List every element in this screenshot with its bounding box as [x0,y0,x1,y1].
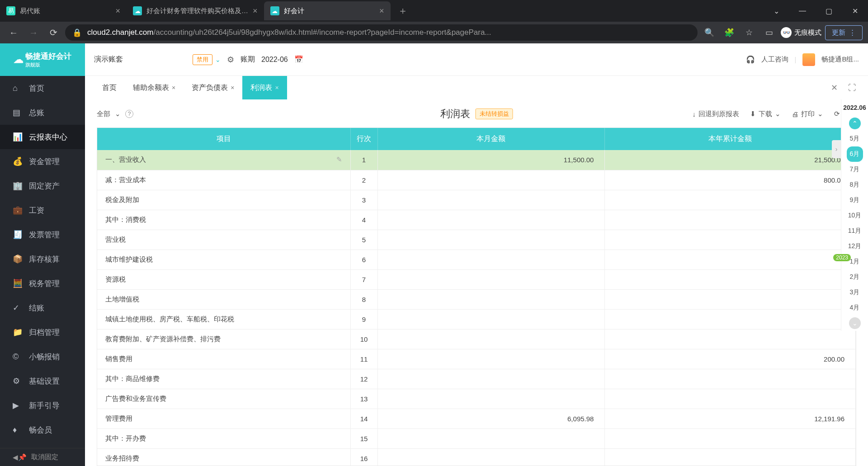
table-row[interactable]: 业务招待费16 [97,448,856,466]
window-maximize-icon[interactable]: ▢ [816,0,842,22]
headset-icon: 🎧 [746,55,755,64]
sidebar-icon: ✓ [13,303,22,313]
calendar-icon[interactable]: 📅 [294,55,303,64]
table-row[interactable]: 土地增值税8 [97,289,856,309]
table-row[interactable]: 广告费和业务宣传费13 [97,389,856,409]
account-name[interactable]: 演示账套 [94,55,123,64]
tab-close-2[interactable]: × [253,6,258,16]
avatar[interactable] [802,53,815,66]
table-row[interactable]: 其中：消费税4 [97,210,856,230]
forward-button[interactable]: → [25,24,42,41]
reading-list-icon[interactable]: ▭ [761,24,777,41]
tab-close-1[interactable]: × [115,6,120,16]
download-button[interactable]: ⬇下载⌄ [750,110,781,118]
cell-year [605,329,856,349]
table-row[interactable]: 教育费附加、矿产资源补偿费、排污费10 [97,329,856,349]
sidebar-label: 畅会员 [29,425,52,435]
sidebar-item-4[interactable]: 🏢固定资产 [0,174,85,198]
zoom-icon[interactable]: 🔍 [701,24,717,41]
sidebar-item-2[interactable]: 📊云报表中心 [0,125,85,149]
page-tab-0[interactable]: 首页 [94,76,125,99]
window-close-icon[interactable]: ✕ [842,0,868,22]
sidebar-item-9[interactable]: ✓结账 [0,296,85,320]
sidebar-item-1[interactable]: ▤总账 [0,100,85,125]
tab-close-3[interactable]: × [379,6,384,16]
period-scroll-down-icon[interactable]: ⌄ [849,317,861,329]
month-item[interactable]: 6月 [847,146,863,162]
table-row[interactable]: 营业税5 [97,230,856,249]
sidebar-item-3[interactable]: 💰资金管理 [0,149,85,174]
cell-row: 15 [350,428,377,448]
month-item[interactable]: 3月 [850,285,860,300]
settings-icon[interactable]: ⚙ [227,55,234,65]
page-tab-3[interactable]: 利润表× [242,76,287,99]
new-tab-button[interactable]: ＋ [391,4,415,18]
extension-icon[interactable]: 🧩 [721,24,737,41]
table-row[interactable]: 其中：商品维修费12 [97,369,856,389]
period-value[interactable]: 2022-06 [261,56,288,64]
tab-favicon-2: ☁ [133,6,142,15]
user-name[interactable]: 畅捷通B组... [821,55,859,64]
sidebar-item-6[interactable]: 🧾发票管理 [0,222,85,247]
page-tab-2[interactable]: 资产负债表× [184,76,242,99]
table-row[interactable]: 城镇土地使用税、房产税、车船税、印花税9 [97,309,856,329]
month-item[interactable]: 8月 [847,177,863,193]
tab-favicon-3: ☁ [270,6,279,15]
sidebar-item-14[interactable]: ♦畅会员 [0,418,85,442]
bookmark-icon[interactable]: ☆ [741,24,757,41]
sidebar-item-5[interactable]: 💼工资 [0,198,85,222]
update-button[interactable]: 更新⋮ [825,25,863,40]
period-panel-collapse-icon[interactable]: › [832,140,841,158]
period-scroll-up-icon[interactable]: ⌃ [849,118,861,129]
window-dropdown-icon[interactable]: ⌄ [763,0,789,22]
month-item[interactable]: 7月 [847,162,863,177]
sidebar-item-10[interactable]: 📁归档管理 [0,320,85,344]
fullscreen-icon[interactable]: ⛶ [845,81,859,94]
month-item[interactable]: 1月 [850,254,860,269]
month-item[interactable]: 11月 [847,223,863,239]
browser-tab-2[interactable]: ☁ 好会计财务管理软件购买价格及… × [127,1,264,20]
consult-link[interactable]: 人工咨询 [761,55,788,64]
sidebar-item-7[interactable]: 📦库存核算 [0,247,85,271]
account-dropdown-icon[interactable]: ⌄ [215,56,221,63]
window-minimize-icon[interactable]: ― [789,0,816,22]
month-item[interactable]: 9月 [847,193,863,208]
edit-icon[interactable]: ✎ [336,155,342,164]
table-row[interactable]: 减：营业成本2800.00 [97,170,856,190]
table-row[interactable]: 税金及附加3 [97,190,856,210]
sidebar-item-8[interactable]: 🧮税务管理 [0,271,85,296]
back-button[interactable]: ← [5,24,22,41]
close-all-tabs-icon[interactable]: ✕ [827,81,841,94]
table-row[interactable]: 一、营业收入✎111,500.0021,500.00 [97,150,856,170]
print-button[interactable]: 🖨打印⌄ [792,110,823,118]
cancel-pin-button[interactable]: ◀📌 取消固定 [0,448,85,466]
table-row[interactable]: 其中：开办费15 [97,428,856,448]
table-row[interactable]: 资源税7 [97,269,856,289]
browser-tab-3[interactable]: ☁ 好会计 × [264,1,391,20]
cell-row: 6 [350,249,377,269]
filter-dropdown[interactable]: 全部 ⌄ ? [97,110,133,118]
month-item[interactable]: 12月 [847,239,863,254]
cell-item: 广告费和业务宣传费 [97,389,350,409]
table-row[interactable]: 销售费用11200.00 [97,349,856,369]
revert-button[interactable]: ↓回退到原报表 [693,110,740,118]
table-row[interactable]: 管理费用146,095.9812,191.96 [97,409,856,428]
browser-tab-1[interactable]: 易 易代账 × [0,1,127,20]
table-row[interactable]: 城市维护建设税6 [97,249,856,269]
month-item[interactable]: 2月 [850,269,860,285]
help-icon[interactable]: ? [125,110,133,118]
sidebar-item-13[interactable]: ▶新手引导 [0,393,85,418]
page-tab-close-icon[interactable]: × [231,84,234,91]
month-item[interactable]: 10月 [847,208,863,223]
sidebar-item-0[interactable]: ⌂首页 [0,76,85,100]
url-bar[interactable]: 🔒 cloud2.chanjet.com/accounting/uh26t264… [65,24,698,41]
page-tab-1[interactable]: 辅助余额表× [125,76,184,99]
page-tab-close-icon[interactable]: × [275,84,278,91]
page-tab-close-icon[interactable]: × [172,84,175,91]
sidebar-item-11[interactable]: ©小畅报销 [0,344,85,369]
sidebar-item-12[interactable]: ⚙基础设置 [0,369,85,393]
reload-button[interactable]: ⟳ [45,24,61,41]
month-item[interactable]: 4月 [850,300,860,315]
sidebar-icon: ▶ [13,400,22,410]
month-item[interactable]: 5月 [847,131,863,146]
